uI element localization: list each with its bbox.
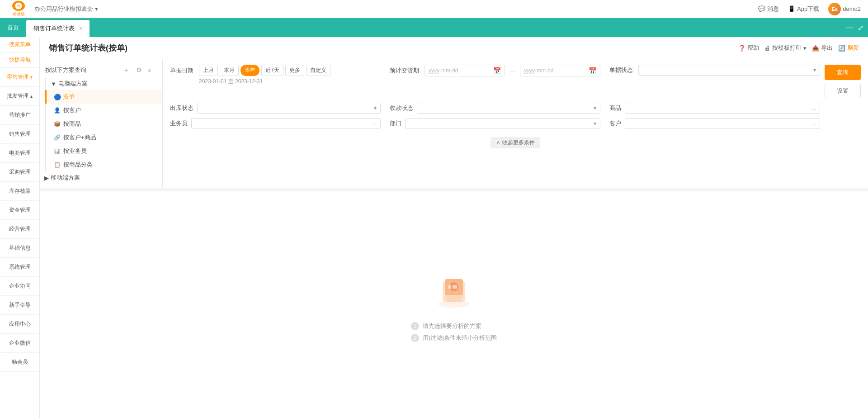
date-btn-more[interactable]: 更多 bbox=[285, 65, 304, 76]
doc-status-label: 单据状态 bbox=[609, 66, 633, 74]
template-print-label: 按模板打印 bbox=[772, 44, 802, 52]
customer-input[interactable]: ... bbox=[625, 118, 820, 129]
purchase-label: 采购管理 bbox=[9, 168, 31, 176]
goods-ellipsis[interactable]: ... bbox=[811, 105, 816, 111]
scheme-active-item[interactable]: 🔵 按单 bbox=[45, 90, 162, 104]
sidebar-item-apps[interactable]: 应用中心 bbox=[0, 315, 39, 334]
user-menu[interactable]: Ea demo2 bbox=[828, 3, 861, 15]
app-download-label: App下载 bbox=[797, 5, 819, 13]
scheme-edit-btn[interactable]: ⚙ bbox=[136, 66, 145, 75]
salesman-ellipsis[interactable]: ... bbox=[372, 120, 377, 127]
newbie-label: 新手引导 bbox=[9, 301, 31, 309]
sidebar-item-finance[interactable]: 资金管理 bbox=[0, 201, 39, 220]
goods-input[interactable]: ... bbox=[625, 103, 820, 114]
sidebar-item-operations[interactable]: 经营管理 bbox=[0, 220, 39, 239]
maximize-icon[interactable]: ⤢ bbox=[858, 24, 863, 32]
sidebar-item-enterprise[interactable]: 企业协同 bbox=[0, 277, 39, 296]
expected-date-end[interactable]: yyyy-mm-dd 📅 bbox=[520, 65, 600, 76]
tab-close-icon[interactable]: × bbox=[79, 25, 82, 32]
sidebar-item-newbie[interactable]: 新手引导 bbox=[0, 296, 39, 315]
tab-home[interactable]: 首页 bbox=[0, 18, 26, 37]
page-header: 销售订单统计表(按单) ❓ 帮助 🖨 按模板打印 ▾ 📤 导出 🔄 刷新 bbox=[40, 37, 868, 59]
date-btn-last-month[interactable]: 上月 bbox=[199, 65, 218, 76]
date-btn-7days[interactable]: 近7天 bbox=[261, 65, 283, 76]
sidebar-item-retail[interactable]: 零售管理 ▾ bbox=[0, 68, 39, 87]
minimize-icon[interactable]: — bbox=[846, 24, 853, 32]
sidebar-search[interactable]: 搜索菜单 bbox=[0, 37, 39, 52]
retail-label: 零售管理 bbox=[7, 73, 28, 81]
export-btn[interactable]: 📤 导出 bbox=[812, 44, 833, 52]
doc-status-select[interactable]: ▾ bbox=[638, 65, 820, 76]
date-btn-custom[interactable]: 自定义 bbox=[306, 65, 330, 76]
customer-scheme-label: 按客户 bbox=[63, 106, 81, 114]
settings-button[interactable]: 设置 bbox=[825, 84, 861, 98]
sidebar-item-inventory[interactable]: 库存核算 bbox=[0, 182, 39, 201]
message-btn[interactable]: 💬 消息 bbox=[758, 5, 779, 13]
export-label: 导出 bbox=[821, 44, 833, 52]
date-separator: — bbox=[507, 67, 518, 74]
calendar-icon: 📅 bbox=[493, 67, 501, 74]
sidebar-quick-nav[interactable]: 快捷导航 bbox=[0, 52, 39, 68]
scheme-group-pc-title[interactable]: ▼ 电脑端方案 bbox=[46, 77, 162, 90]
refresh-btn[interactable]: 🔄 刷新 bbox=[838, 44, 859, 52]
department-select[interactable]: ▾ bbox=[405, 118, 600, 129]
scheme-item-customer[interactable]: 👤 按客户 bbox=[46, 104, 162, 117]
customer-ellipsis[interactable]: ... bbox=[811, 120, 816, 127]
filter-right: 单据日期 上月 本月 本年 近7天 更多 自定义 2023-01-01 至 20… bbox=[163, 59, 868, 188]
query-button[interactable]: 查询 bbox=[825, 65, 861, 80]
sidebar-item-system[interactable]: 系统管理 bbox=[0, 258, 39, 277]
arrow-down-icon: ▼ bbox=[51, 81, 57, 87]
collapse-row: ∧ 收起更多条件 bbox=[170, 133, 861, 152]
out-status-select[interactable]: ▾ bbox=[197, 103, 381, 114]
phone-icon: 📱 bbox=[788, 5, 795, 12]
payment-status-select[interactable]: ▾ bbox=[417, 103, 600, 114]
scheme-item-goods[interactable]: 📦 按商品 bbox=[46, 117, 162, 131]
app-selector[interactable]: 办公用品行业模拟账套 ▾ bbox=[34, 5, 98, 13]
template-print-btn[interactable]: 🖨 按模板打印 ▾ bbox=[764, 44, 807, 52]
department-label: 部门 bbox=[390, 119, 401, 128]
date-buttons: 上月 本月 本年 近7天 更多 自定义 bbox=[199, 65, 330, 76]
avatar: Ea bbox=[828, 3, 841, 15]
out-status-field: 出库状态 ▾ bbox=[170, 103, 381, 114]
date-btn-this-month[interactable]: 本月 bbox=[220, 65, 239, 76]
tab-sales-order-stats[interactable]: 销售订单统计表 × bbox=[26, 20, 90, 37]
scheme-title: 按以下方案查询 bbox=[45, 66, 124, 74]
sidebar-item-member[interactable]: 畅会员 bbox=[0, 353, 39, 372]
export-icon: 📤 bbox=[812, 45, 819, 52]
sidebar-item-wechat[interactable]: 企业微信 bbox=[0, 334, 39, 353]
date-btn-this-year[interactable]: 本年 bbox=[241, 65, 259, 76]
logo: 标准版 bbox=[7, 1, 30, 17]
filter-row-3: 业务员 ... 部门 ▾ bbox=[170, 118, 861, 129]
sidebar-item-basic[interactable]: 基础信息 bbox=[0, 239, 39, 258]
expected-date-start[interactable]: yyyy-mm-dd 📅 bbox=[425, 65, 505, 76]
user-name: demo2 bbox=[843, 5, 861, 12]
sidebar-item-wholesale[interactable]: 批发管理 ▴ bbox=[0, 87, 39, 106]
salesman-input[interactable]: ... bbox=[191, 118, 381, 129]
scheme-add-btn[interactable]: + bbox=[124, 66, 133, 75]
enterprise-label: 企业协同 bbox=[9, 282, 31, 290]
goods-field: 商品 ... bbox=[609, 103, 820, 114]
sidebar-item-sales[interactable]: 销售管理 bbox=[0, 125, 39, 144]
content-area: 搜索菜单 快捷导航 零售管理 ▾ 批发管理 ▴ 营销推广 销售管理 电商管理 采… bbox=[0, 37, 868, 418]
scheme-group-mobile-title[interactable]: ▶ 移动端方案 bbox=[40, 171, 162, 184]
tip2-num: 2 bbox=[411, 334, 419, 342]
collapse-label: ∧ 收起更多条件 bbox=[496, 139, 534, 147]
sidebar-item-marketing[interactable]: 营销推广 bbox=[0, 106, 39, 125]
help-btn[interactable]: ❓ 帮助 bbox=[738, 44, 759, 52]
scheme-item-salesman[interactable]: 📊 按业务员 bbox=[46, 144, 162, 158]
payment-status-arrow: ▾ bbox=[594, 105, 596, 111]
collapse-btn[interactable]: ∧ 收起更多条件 bbox=[491, 137, 540, 148]
print-dropdown-icon: ▾ bbox=[803, 45, 807, 52]
scheme-collapse-btn[interactable]: « bbox=[148, 66, 157, 75]
help-label: 帮助 bbox=[747, 44, 759, 52]
app-download-btn[interactable]: 📱 App下载 bbox=[788, 5, 819, 13]
system-label: 系统管理 bbox=[9, 263, 31, 271]
scheme-item-customer-goods[interactable]: 🔗 按客户+商品 bbox=[46, 131, 162, 144]
sidebar-item-ecommerce[interactable]: 电商管理 bbox=[0, 144, 39, 163]
sidebar-item-purchase[interactable]: 采购管理 bbox=[0, 163, 39, 182]
scheme-item-category[interactable]: 📋 按商品分类 bbox=[46, 158, 162, 171]
calendar-icon2: 📅 bbox=[589, 67, 596, 74]
query-btn-area: 查询 设置 bbox=[820, 65, 861, 98]
scheme-header: 按以下方案查询 + ⚙ « bbox=[40, 63, 162, 77]
empty-state: 1 请先选择要分析的方案 2 用[过滤]条件来缩小分析范围 bbox=[40, 191, 868, 418]
